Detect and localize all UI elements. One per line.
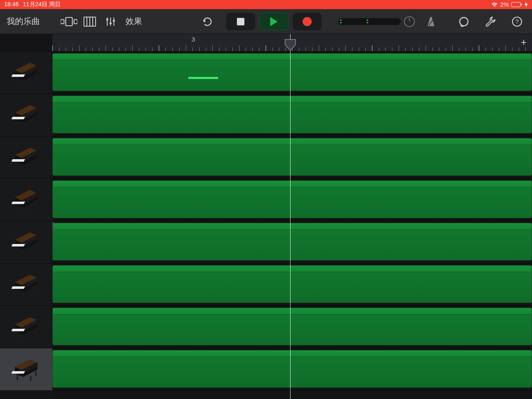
- record-icon: [303, 17, 312, 26]
- timeline[interactable]: 3 +: [52, 34, 532, 399]
- toolbar: 我的乐曲 效果: [0, 9, 532, 34]
- play-button[interactable]: [259, 13, 288, 30]
- track-lane[interactable]: [52, 348, 532, 391]
- midi-region[interactable]: [52, 350, 532, 388]
- svg-rect-37: [12, 159, 25, 162]
- bar-number: 3: [192, 36, 195, 43]
- piano-icon: [12, 315, 41, 340]
- record-button[interactable]: [293, 13, 322, 30]
- help-button[interactable]: ?: [509, 13, 525, 30]
- region-header[interactable]: [53, 54, 532, 60]
- midi-region[interactable]: [52, 308, 532, 345]
- playhead-handle-icon[interactable]: [285, 39, 296, 51]
- svg-rect-2: [512, 3, 513, 6]
- song-title[interactable]: 我的乐曲: [3, 16, 43, 27]
- midi-region[interactable]: [52, 223, 532, 261]
- track-headers: [0, 34, 52, 399]
- region-header[interactable]: [53, 308, 532, 315]
- region-header[interactable]: [53, 350, 532, 357]
- track-lane[interactable]: [52, 306, 532, 348]
- mixer-button[interactable]: [102, 13, 119, 30]
- svg-rect-1: [521, 4, 522, 6]
- effects-button[interactable]: 效果: [123, 13, 145, 30]
- midi-region[interactable]: [52, 96, 532, 133]
- master-volume-knob[interactable]: [404, 16, 415, 27]
- track-lane[interactable]: [52, 264, 532, 306]
- battery-icon: [511, 2, 522, 7]
- track-header[interactable]: [0, 306, 52, 348]
- tracks-view-button[interactable]: [81, 13, 98, 30]
- settings-wrench-button[interactable]: [482, 13, 499, 30]
- transport-controls: [199, 13, 322, 30]
- charging-icon: [525, 2, 528, 7]
- svg-rect-13: [106, 19, 108, 20]
- svg-rect-51: [12, 244, 25, 246]
- midi-note: [188, 77, 218, 79]
- track-header[interactable]: [0, 221, 52, 264]
- track-header[interactable]: [0, 136, 52, 179]
- svg-rect-58: [12, 286, 25, 289]
- midi-region[interactable]: [52, 53, 532, 91]
- status-time: 18:46: [4, 1, 19, 8]
- workspace: 3 +: [0, 34, 532, 399]
- battery-percent: 2%: [500, 1, 509, 8]
- region-header[interactable]: [53, 181, 532, 187]
- stop-button[interactable]: [226, 13, 255, 30]
- region-header[interactable]: [53, 223, 532, 230]
- track-lane[interactable]: [52, 94, 532, 136]
- svg-rect-44: [12, 202, 25, 204]
- play-icon: [270, 17, 278, 26]
- svg-rect-4: [66, 17, 72, 26]
- piano-icon: [12, 272, 41, 297]
- svg-text:?: ?: [515, 18, 519, 25]
- piano-icon: [12, 60, 41, 85]
- track-header[interactable]: [0, 348, 52, 391]
- svg-point-17: [460, 17, 468, 26]
- add-section-button[interactable]: +: [518, 37, 530, 48]
- scroll-indicator: [52, 222, 54, 232]
- stop-icon: [237, 18, 244, 25]
- svg-rect-65: [12, 329, 25, 331]
- svg-rect-72: [12, 371, 25, 374]
- midi-region[interactable]: [52, 180, 532, 218]
- track-header[interactable]: [0, 94, 52, 136]
- status-date: 11月24日 周日: [23, 1, 61, 8]
- svg-rect-30: [12, 117, 25, 119]
- piano-icon: [12, 103, 41, 128]
- region-header[interactable]: [53, 266, 532, 272]
- midi-region[interactable]: [52, 265, 532, 303]
- svg-rect-23: [12, 74, 25, 77]
- piano-icon: [12, 230, 41, 255]
- master-meter: [338, 16, 436, 27]
- loop-browser-button[interactable]: [456, 13, 472, 30]
- svg-rect-14: [110, 22, 112, 24]
- track-header[interactable]: [0, 179, 52, 221]
- track-lane[interactable]: [52, 179, 532, 221]
- tracks-area[interactable]: [52, 52, 532, 399]
- track-lane[interactable]: [52, 221, 532, 264]
- region-header[interactable]: [53, 96, 532, 103]
- piano-icon: [12, 145, 41, 170]
- svg-rect-15: [113, 20, 115, 22]
- wifi-icon: [491, 2, 498, 7]
- piano-icon: [12, 187, 41, 212]
- metronome-button[interactable]: [426, 16, 436, 27]
- level-meter: [338, 18, 401, 25]
- svg-rect-5: [74, 20, 77, 24]
- track-header[interactable]: [0, 52, 52, 94]
- track-header[interactable]: [0, 264, 52, 306]
- midi-region[interactable]: [52, 138, 532, 176]
- undo-button[interactable]: [199, 13, 215, 30]
- track-lane[interactable]: [52, 52, 532, 94]
- svg-rect-3: [61, 20, 64, 24]
- view-browser-button[interactable]: [61, 13, 77, 30]
- status-bar: 18:46 11月24日 周日 2%: [0, 0, 532, 9]
- track-lane[interactable]: [52, 136, 532, 179]
- piano-icon: [12, 357, 41, 382]
- playhead[interactable]: [290, 34, 291, 399]
- region-header[interactable]: [53, 138, 532, 145]
- ruler-spacer: [0, 34, 52, 52]
